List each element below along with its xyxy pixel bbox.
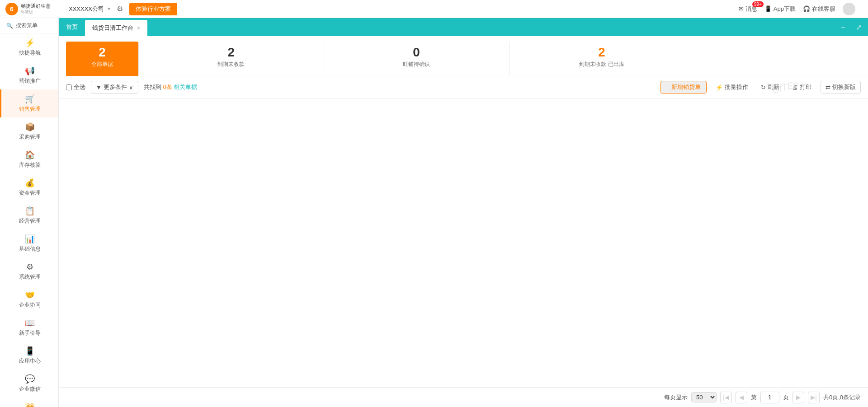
select-all-checkbox[interactable]: 全选 [66,83,85,91]
avatar[interactable] [843,3,855,15]
logo-area: 6 畅捷通好生意 标准版 [5,3,64,15]
search-icon: 🔍 [6,23,13,29]
result-prefix: 共找到 [144,84,161,90]
member-icon: 👑 [25,402,35,407]
quick-nav-icon: ⚡ [25,38,35,48]
table-area [59,98,868,387]
settings-icon[interactable]: ⚙ [117,5,123,13]
add-btn[interactable]: + 新增销货单 [660,81,707,94]
online-service-label: 在线客服 [812,5,835,13]
total-label: 共0页,0条记录 [823,393,861,402]
stat-overdue-shipped-number: 2 [519,46,685,59]
tab-active-label: 钱货日清工作台 [92,24,133,32]
stat-pending[interactable]: 0 旺铺待确认 [324,42,509,76]
sidebar-item-label: 资金管理 [19,189,41,197]
inventory-icon: 🏠 [25,150,35,160]
purchase-icon: 📦 [25,122,35,132]
sidebar-item-label: 企业协同 [19,301,41,309]
sidebar-item-guide[interactable]: 📖 新手引导 [0,313,58,342]
per-page-label: 每页显示 [664,393,688,402]
company-selector[interactable]: XXXXXX公司 ▼ [69,5,111,13]
last-page-btn[interactable]: ▶| [808,392,820,403]
sidebar-item-app-center[interactable]: 📱 应用中心 [0,342,58,370]
search-menu-label: 搜索菜单 [16,22,38,29]
marketing-icon: 📢 [25,66,35,76]
sidebar-item-enterprise[interactable]: 🤝 企业协同 [0,285,58,313]
wechat-icon: 💬 [25,374,35,384]
batch-icon: ⚡ [716,84,723,91]
sidebar-item-label: 快捷导航 [19,49,41,57]
operations-icon: 📋 [25,206,35,216]
per-page-select[interactable]: 50 100 200 [691,392,717,402]
next-page-btn[interactable]: ▶ [793,392,804,403]
app-download-label: App下载 [774,5,796,13]
headset-icon: 🎧 [803,5,810,12]
logo-sub: 标准版 [21,9,51,15]
stat-overdue-shipped[interactable]: 2 到期未收款 已出库 [509,42,694,76]
dropdown-arrow-icon: ▼ [107,6,111,11]
enterprise-icon: 🤝 [25,290,35,300]
page-content: 2 全部单据 2 到期未收款 0 旺铺待确认 2 到期未收款 已出库 [59,36,868,407]
experience-btn[interactable]: 体验行业方案 [129,3,177,15]
switch-icon: ⇄ [826,84,830,91]
select-all-label: 全选 [74,83,85,91]
stat-overdue-shipped-label: 到期未收款 已出库 [519,61,685,68]
result-text: 共找到 0条 相关单据 [144,83,197,91]
tab-bar-right: － ⤢ [837,22,868,33]
refresh-btn[interactable]: ↻ 刷新 [757,81,783,93]
online-service-item[interactable]: 🎧 在线客服 [803,5,835,13]
sidebar-item-label: 基础信息 [19,245,41,253]
app-download-item[interactable]: 📱 App下载 [764,5,796,13]
stat-overdue-number: 2 [148,46,315,59]
sales-icon: 🛒 [25,94,35,104]
filter-btn[interactable]: ▼ 更多条件 ∨ [91,81,138,94]
page-input[interactable] [760,392,779,403]
prev-page-btn[interactable]: ◀ [736,392,747,403]
batch-btn[interactable]: ⚡ 批量操作 [712,81,752,93]
message-icon: ✉ [739,5,744,12]
first-page-btn[interactable]: |◀ [720,392,732,403]
sidebar-item-wechat[interactable]: 💬 企业微信 [0,370,58,398]
sidebar-item-sales[interactable]: 🛒 销售管理 [0,89,58,117]
sidebar-item-member[interactable]: 👑 畅会员 [0,398,58,407]
sidebar-item-label: 营销推广 [19,77,41,85]
switch-btn[interactable]: ⇄ 切换新版 [821,81,861,94]
filter-label: 更多条件 [104,83,127,91]
switch-label: 切换新版 [832,83,856,91]
sidebar-item-quick-nav[interactable]: ⚡ 快捷导航 [0,33,58,61]
message-item[interactable]: ✉ 消息 99+ [739,5,757,13]
pagination-bar: 每页显示 50 100 200 |◀ ◀ 第 页 ▶ ▶| 共0页,0条记录 [59,387,868,407]
select-all-input[interactable] [66,84,72,90]
sidebar-item-label: 新手引导 [19,329,41,337]
tab-minimize-icon[interactable]: － [837,22,849,33]
print-btn[interactable]: 🖨 打印 [788,81,815,93]
search-menu-item[interactable]: 🔍 搜索菜单 [0,18,58,33]
page-suffix: 页 [783,393,789,402]
refresh-icon: ↻ [761,84,766,91]
main-layout: 🔍 搜索菜单 ⚡ 快捷导航 📢 营销推广 🛒 销售管理 📦 采购管理 🏠 库存核… [0,18,868,407]
filter-arrow-icon: ∨ [129,84,133,91]
tab-active[interactable]: 钱货日清工作台 × [85,20,147,36]
top-header: 6 畅捷通好生意 标准版 XXXXXX公司 ▼ ⚙ 体验行业方案 ✉ 消息 99… [0,0,868,18]
company-name: XXXXXX公司 [69,5,104,13]
result-count: 0条 [163,84,172,90]
sidebar-item-basic-info[interactable]: 📊 基础信息 [0,229,58,257]
related-label[interactable]: 相关单据 [174,84,197,90]
sidebar-item-purchase[interactable]: 📦 采购管理 [0,117,58,145]
tab-close-icon[interactable]: × [137,25,140,31]
finance-icon: 💰 [25,178,35,188]
tab-home[interactable]: 首页 [59,18,85,36]
stat-overdue[interactable]: 2 到期未收款 [138,42,324,76]
sidebar-item-operations[interactable]: 📋 经营管理 [0,201,58,229]
header-right: ✉ 消息 99+ 📱 App下载 🎧 在线客服 [739,3,863,15]
sidebar-item-label: 销售管理 [19,105,41,113]
sidebar-item-system[interactable]: ⚙ 系统管理 [0,257,58,285]
sidebar-item-finance[interactable]: 💰 资金管理 [0,173,58,201]
basic-info-icon: 📊 [25,234,35,244]
tab-maximize-icon[interactable]: ⤢ [853,22,864,33]
stat-all[interactable]: 2 全部单据 [66,42,138,76]
refresh-label: 刷新 [768,83,779,91]
sidebar-item-marketing[interactable]: 📢 营销推广 [0,61,58,89]
sidebar-item-inventory[interactable]: 🏠 库存核算 [0,145,58,173]
logo-text: 畅捷通好生意 [21,3,51,9]
